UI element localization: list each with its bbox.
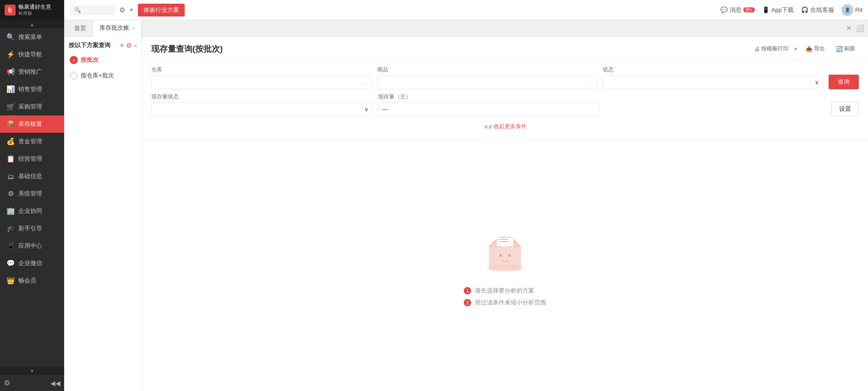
sidebar-collapse-button[interactable]: ◀◀ [50,380,60,387]
filter-area: 仓库 ... 商品 ... [142,60,868,140]
tab-inventory-batch-label: 库存批次账 [99,24,129,32]
status-label: 状态 [603,66,823,74]
sidebar-item-operations[interactable]: 📋 经营管理 [0,150,64,168]
scheme-settings-button[interactable]: ⚙ [126,41,132,49]
query-button[interactable]: 查询 [829,75,859,89]
newbie-icon: 🎓 [6,224,15,233]
empty-tips: 1 请先选择要分析的方案 2 用过滤条件来缩小分析范围 [464,287,546,307]
sidebar-item-finance[interactable]: 💰 资金管理 [0,133,64,150]
chevron-up-icon: ∧∧ [484,124,492,130]
topbar-left: 🔍 ⚙ ▼ 体验行业方案 [70,4,717,16]
left-panel: 按以下方案查询 + ⚙ « ✓ 按批次 [64,37,142,391]
svg-point-10 [508,254,511,257]
username-label: Rit [855,6,863,13]
sidebar-item-label: 畅会员 [18,277,36,285]
status-input[interactable]: ∨ [603,76,823,89]
topbar-gear-icon[interactable]: ⚙ [119,6,125,14]
sidebar-item-system[interactable]: ⚙ 系统管理 [0,185,64,202]
tab-inventory-batch[interactable]: 库存批次账 × [93,21,142,37]
search-icon: 🔍 [6,33,15,41]
print-dropdown-button[interactable]: ▼ [793,46,798,52]
sales-icon: 📊 [6,85,15,93]
collapse-left-panel-button[interactable]: « [134,41,137,49]
refresh-button[interactable]: 🔄 刷新 [832,43,859,54]
tab-maximize-button[interactable]: ⬜ [856,24,864,33]
sidebar-item-member[interactable]: 👑 畅会员 [0,272,64,289]
page-header-actions: 🖨 按模板打印 ▼ 📤 导出 🔄 刷新 [751,43,859,54]
sidebar-item-enterprise[interactable]: 🏢 企业协同 [0,202,64,220]
collapse-more-conditions-button[interactable]: ∧∧ 收起更多条件 [484,120,527,133]
warehouse-dots-icon[interactable]: ... [363,79,368,86]
sidebar-item-purchase[interactable]: 🛒 采购管理 [0,98,64,115]
settings-action-button[interactable]: 设置 [831,102,859,116]
sidebar-item-sales[interactable]: 📊 销售管理 [0,81,64,98]
product-dots-icon[interactable]: ... [588,79,593,86]
tip2-text: 用过滤条件来缩小分析范围 [475,299,546,307]
sidebar-settings-button[interactable]: ⚙ [4,379,10,387]
scheme-by-warehouse-batch-label: 按仓库+批次 [81,71,114,80]
user-profile-item[interactable]: 👤 Rit [841,4,863,16]
top-filters-row: 仓库 ... 商品 ... [151,66,859,89]
sidebar-footer: ⚙ ◀◀ [0,375,64,391]
scheme-active-icon: ✓ [70,56,78,64]
app-download-item[interactable]: 📱 App下载 [762,6,794,14]
sidebar-item-quick-nav[interactable]: ⚡ 快捷导航 [0,46,64,63]
svg-rect-4 [489,247,521,270]
sidebar-item-inventory[interactable]: 📦 库存核算 [0,115,64,133]
trial-button[interactable]: 体验行业方案 [138,4,185,16]
inventory-qty-filter: 现存量（主） — [378,93,599,116]
tab-home[interactable]: 首页 [68,20,93,36]
marketing-icon: 📢 [6,68,15,76]
print-button[interactable]: 🖨 按模板打印 [751,43,792,54]
export-label: 导出 [814,45,825,53]
inventory-qty-input[interactable]: — [378,103,599,116]
topbar-dropdown-icon[interactable]: ▼ [129,7,134,13]
sidebar-scroll-up[interactable]: ▲ [0,20,64,28]
sidebar-item-label: 采购管理 [18,103,42,111]
inventory-status-label: 现存量状态 [151,93,373,101]
scheme-item-by-warehouse-batch[interactable]: 按仓库+批次 [64,68,142,83]
topbar: 🔍 ⚙ ▼ 体验行业方案 💬 消息 99+ 📱 App下载 🎧 在线客服 [64,0,868,20]
sidebar-item-label: 企业协同 [18,207,42,215]
tab-panel-close-button[interactable]: ✕ [846,24,852,33]
warehouse-input[interactable]: ... [151,76,372,89]
status-arrow-icon: ∨ [815,79,819,86]
enterprise-icon: 🏢 [6,207,15,215]
sidebar-item-label: 经营管理 [18,155,42,163]
right-panel: 现存量查询(按批次) 🖨 按模板打印 ▼ 📤 导出 🔄 [142,37,868,391]
empty-state: 1 请先选择要分析的方案 2 用过滤条件来缩小分析范围 [142,140,868,391]
sidebar-item-label: 搜索菜单 [18,33,42,41]
product-input[interactable]: ... [377,76,598,89]
topbar-right: 💬 消息 99+ 📱 App下载 🎧 在线客服 👤 Rit [720,4,863,16]
messages-item[interactable]: 💬 消息 99+ [720,6,755,14]
export-button[interactable]: 📤 导出 [802,43,829,54]
sidebar-scroll-down[interactable]: ▼ [0,367,64,375]
inventory-qty-label: 现存量（主） [378,93,599,101]
sidebar-item-label: 基础信息 [18,172,42,180]
inventory-status-input[interactable]: ∨ [151,103,373,116]
inventory-icon: 📦 [6,120,15,128]
topbar-search-box[interactable]: 🔍 [70,5,115,15]
sidebar-item-basic[interactable]: 🗂 基础信息 [0,168,64,185]
print-dropdown: 🖨 按模板打印 ▼ [751,43,798,54]
apps-icon: 📱 [6,242,15,250]
online-service-item[interactable]: 🎧 在线客服 [801,6,834,14]
product-label: 商品 [377,66,598,74]
sidebar-item-label: 库存核算 [18,120,42,128]
sidebar-item-label: 企业微信 [18,259,42,267]
sidebar-item-marketing[interactable]: 📢 营销推广 [0,63,64,81]
sidebar-item-wechat[interactable]: 💬 企业微信 [0,255,64,272]
sidebar-item-search[interactable]: 🔍 搜索菜单 [0,28,64,46]
add-scheme-button[interactable]: + [120,41,124,49]
svg-point-9 [499,254,502,257]
warehouse-filter: 仓库 ... [151,66,372,89]
sidebar-item-apps[interactable]: 📱 应用中心 [0,237,64,255]
tip2-num: 2 [464,299,471,306]
page-title: 现存量查询(按批次) [151,43,223,54]
message-icon: 💬 [720,6,728,13]
operations-icon: 📋 [6,155,15,163]
sidebar-item-newbie[interactable]: 🎓 新手引导 [0,220,64,237]
tab-close-button[interactable]: × [132,25,135,31]
scheme-item-by-batch[interactable]: ✓ 按批次 [64,52,142,68]
empty-tip-2: 2 用过滤条件来缩小分析范围 [464,299,546,307]
